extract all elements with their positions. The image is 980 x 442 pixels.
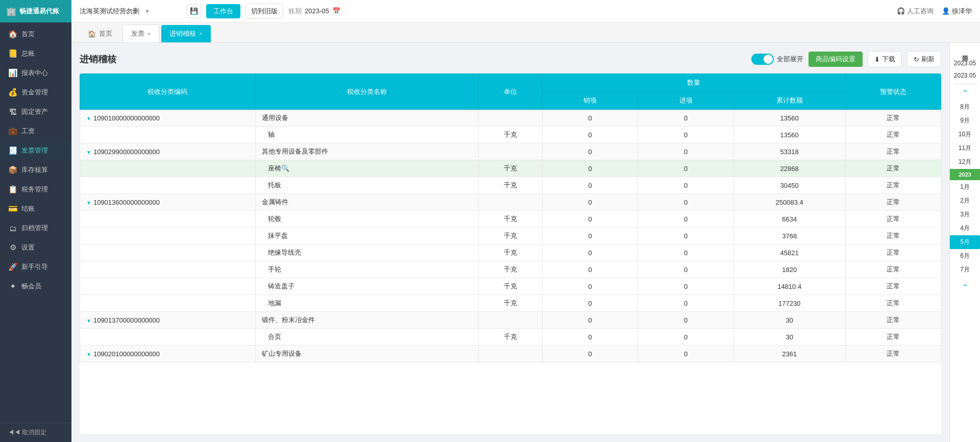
table-row: 轴 千克 0 0 13560 正常 bbox=[80, 127, 941, 143]
period-item-2[interactable]: 2月 bbox=[950, 194, 980, 208]
sidebar-item-invoice-mgmt[interactable]: 🧾发票管理 bbox=[0, 141, 71, 160]
period-item-3[interactable]: 3月 bbox=[950, 208, 980, 222]
cell-purchase: 0 bbox=[638, 228, 733, 244]
sidebar-icon-guide: 🚀 bbox=[8, 262, 17, 272]
page-actions: 全部展开 商品编码设置 ⬇ 下载 ↻ 刷新 bbox=[751, 51, 941, 67]
sidebar-item-ledger[interactable]: 📒总账 bbox=[0, 44, 71, 63]
home-icon: 🏠 bbox=[88, 30, 96, 38]
cell-purchase: 0 bbox=[638, 346, 733, 362]
expand-toggle-label: 全部展开 bbox=[777, 55, 803, 64]
col-header-quantity: 数量 bbox=[542, 74, 845, 92]
save-draft-button[interactable]: 💾 bbox=[187, 4, 201, 18]
sidebar-icon-invoice-mgmt: 🧾 bbox=[8, 146, 17, 155]
cell-total: 2361 bbox=[733, 346, 845, 362]
product-code-button[interactable]: 商品编码设置 bbox=[808, 52, 863, 67]
switch-version-button[interactable]: 切到旧版 bbox=[246, 4, 283, 19]
table-row: ▼109013700000000000 锻件、粉末冶金件 0 0 30 正常 bbox=[80, 312, 941, 329]
table-row: ▼109020100000000000 矿山专用设备 0 0 2361 正常 bbox=[80, 346, 941, 362]
table-row: 座椅🔍 千克 0 0 22868 正常 bbox=[80, 160, 941, 177]
sidebar-label-ledger: 总账 bbox=[21, 49, 35, 58]
sidebar-footer[interactable]: ◀◀ 取消固定 bbox=[0, 423, 71, 442]
sidebar-item-salary[interactable]: 💼工资 bbox=[0, 121, 71, 141]
sidebar-item-reports[interactable]: 📊报表中心 bbox=[0, 63, 71, 83]
search-icon[interactable]: 🔍 bbox=[281, 164, 289, 172]
sidebar-label-fixed-assets: 固定资产 bbox=[21, 107, 48, 116]
cell-total: 30 bbox=[733, 312, 845, 329]
expand-toggle[interactable] bbox=[751, 54, 774, 65]
period-item-9[interactable]: 9月 bbox=[950, 114, 980, 128]
col-header-warning: 预警状态 bbox=[845, 74, 941, 110]
scroll-down-icon[interactable]: ⌄ bbox=[960, 277, 970, 290]
table-row: ▼109010000000000000 通用设备 0 0 13560 正常 bbox=[80, 110, 941, 127]
topbar-company[interactable]: 沈海英测试经营勿删 ▼ bbox=[80, 7, 182, 16]
cell-total: 13560 bbox=[733, 127, 845, 143]
period-item-4[interactable]: 4月 bbox=[950, 222, 980, 235]
tab-reconcile-close[interactable]: × bbox=[199, 31, 202, 37]
cell-purchase: 0 bbox=[638, 278, 733, 295]
sidebar-item-member[interactable]: ✦畅会员 bbox=[0, 277, 71, 296]
period-item-2023-05-top2[interactable]: 2023.05 bbox=[950, 69, 980, 82]
page-header: 进销稽核 全部展开 商品编码设置 ⬇ 下载 ↻ 刷新 bbox=[80, 51, 941, 67]
panel-divider bbox=[953, 84, 977, 84]
cell-purchase: 0 bbox=[638, 244, 733, 261]
period-item-1[interactable]: 1月 bbox=[950, 180, 980, 194]
cell-code bbox=[80, 244, 256, 261]
cell-total: 250083.4 bbox=[733, 194, 845, 211]
content-area: 进销稽核 全部展开 商品编码设置 ⬇ 下载 ↻ 刷新 bbox=[71, 43, 980, 442]
sidebar-item-fixed-assets[interactable]: 🏗固定资产 bbox=[0, 102, 71, 121]
company-name: 沈海英测试经营勿删 bbox=[80, 7, 139, 16]
cell-sale: 0 bbox=[542, 228, 638, 244]
cell-code bbox=[80, 329, 256, 346]
cell-code bbox=[80, 278, 256, 295]
period-item-11[interactable]: 11月 bbox=[950, 141, 980, 155]
user-name: 徐泽华 bbox=[952, 7, 972, 16]
sidebar-item-funds[interactable]: 💰资金管理 bbox=[0, 83, 71, 102]
col-header-sale: 销项 bbox=[542, 92, 638, 110]
download-icon: ⬇ bbox=[874, 56, 880, 63]
sidebar-item-home[interactable]: 🏠首页 bbox=[0, 24, 71, 44]
cell-name: 铸造盖子 bbox=[255, 278, 478, 295]
period-item-2023-05-top1[interactable]: 2023.05 bbox=[950, 57, 980, 69]
scroll-up-icon[interactable]: ⌃ bbox=[960, 86, 970, 100]
sidebar-item-archive[interactable]: 🗂归档管理 bbox=[0, 218, 71, 238]
refresh-button[interactable]: ↻ 刷新 bbox=[907, 51, 941, 67]
support-button[interactable]: 🎧 人工咨询 bbox=[897, 7, 934, 16]
workbench-button[interactable]: 工作台 bbox=[206, 4, 240, 18]
table-row: 合页 千克 0 0 30 正常 bbox=[80, 329, 941, 346]
period-item-6[interactable]: 6月 bbox=[950, 249, 980, 263]
table-row: ▼109029900000000000 其他专用设备及零部件 0 0 53318… bbox=[80, 143, 941, 160]
tab-reconcile[interactable]: 进销稽核 × bbox=[161, 25, 210, 42]
cell-name: 绝缘导线壳 bbox=[255, 244, 478, 261]
tab-invoice-close[interactable]: × bbox=[148, 31, 151, 37]
cell-warning: 正常 bbox=[845, 312, 941, 329]
sidebar-item-inventory[interactable]: 📦库存核算 bbox=[0, 160, 71, 180]
cell-unit bbox=[479, 110, 543, 127]
expand-toggle-group: 全部展开 bbox=[751, 54, 803, 65]
col-header-purchase: 进项 bbox=[638, 92, 733, 110]
cell-sale: 0 bbox=[542, 312, 638, 329]
download-button[interactable]: ⬇ 下载 bbox=[868, 51, 902, 67]
cell-total: 45821 bbox=[733, 244, 845, 261]
headset-icon: 🎧 bbox=[897, 7, 905, 15]
calendar-icon[interactable]: 📅 bbox=[332, 7, 340, 15]
user-menu[interactable]: 👤 徐泽华 bbox=[942, 7, 972, 16]
sidebar-label-archive: 归档管理 bbox=[21, 224, 48, 233]
content-main: 进销稽核 全部展开 商品编码设置 ⬇ 下载 ↻ 刷新 bbox=[71, 43, 949, 442]
period-item-10[interactable]: 10月 bbox=[950, 128, 980, 141]
cell-name: 其他专用设备及零部件 bbox=[255, 143, 478, 160]
cell-sale: 0 bbox=[542, 295, 638, 312]
cell-code bbox=[80, 211, 256, 228]
cell-name: 合页 bbox=[255, 329, 478, 346]
sidebar-item-tax[interactable]: 📋税务管理 bbox=[0, 180, 71, 199]
sidebar-item-checkout[interactable]: 💳结账 bbox=[0, 199, 71, 218]
period-item-7[interactable]: 7月 bbox=[950, 263, 980, 277]
sidebar-icon-settings: ⚙ bbox=[8, 243, 17, 252]
sidebar-item-guide[interactable]: 🚀新手引导 bbox=[0, 257, 71, 277]
tab-invoice[interactable]: 发票 × bbox=[122, 24, 159, 42]
period-item-5[interactable]: 5月 bbox=[950, 235, 980, 249]
period-item-8[interactable]: 8月 bbox=[950, 100, 980, 114]
cell-purchase: 0 bbox=[638, 177, 733, 194]
period-item-12[interactable]: 12月 bbox=[950, 155, 980, 169]
tab-home[interactable]: 🏠 首页 bbox=[80, 25, 120, 42]
sidebar-item-settings[interactable]: ⚙设置 bbox=[0, 238, 71, 257]
